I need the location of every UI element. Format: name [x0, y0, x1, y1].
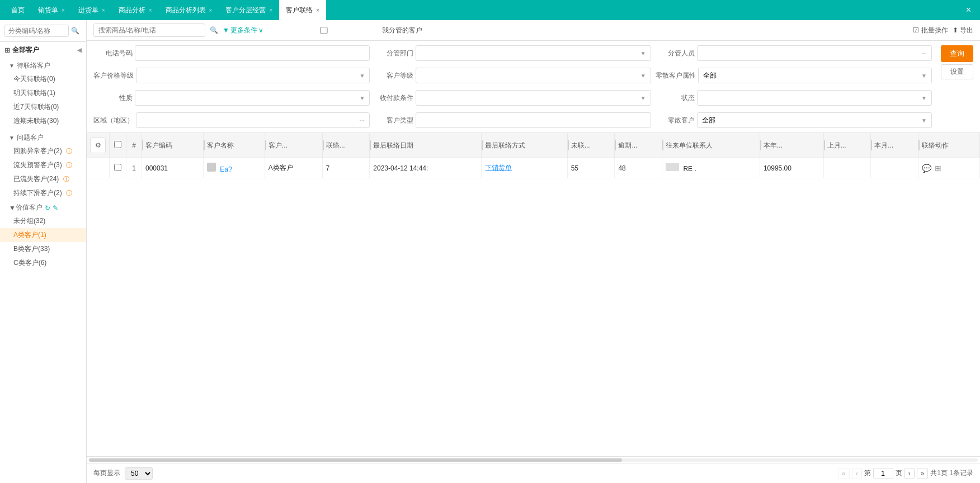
adv-filter-row-4: 区域（地区） ··· 客户类型 零散客户 全部 [93, 112, 932, 128]
sidebar-item-declining[interactable]: 持续下滑客户(2) ⓘ [0, 186, 86, 200]
sidebar-search-icon[interactable]: 🔍 [71, 27, 79, 35]
next-page-btn[interactable]: › [904, 468, 915, 479]
col-checkbox [110, 133, 126, 158]
edit-icon[interactable]: ✎ [53, 204, 58, 212]
gear-button[interactable]: ⚙ [90, 138, 106, 153]
export-btn[interactable]: ⬆ 导出 [953, 26, 973, 35]
manager-more[interactable]: ··· [697, 45, 932, 61]
sidebar-item-repurchase-abnormal[interactable]: 回购异常客户(2) ⓘ [0, 144, 86, 158]
nature-field: 性质 ▼ [93, 90, 370, 106]
more-conditions-btn[interactable]: ▼ 更多条件 ∨ [223, 26, 263, 35]
nav-goods-list-close[interactable]: × [209, 7, 213, 13]
retail-customer-value: 全部 [702, 116, 715, 125]
pending-arrow: ▼ [9, 63, 15, 69]
cell-checkbox [110, 158, 126, 178]
cell-code: 000031 [142, 158, 204, 178]
customer-grade-select[interactable]: ▼ [416, 68, 651, 83]
nav-customer-layer-close[interactable]: × [269, 7, 272, 13]
per-page-select[interactable]: 50 [125, 467, 153, 480]
first-page-btn[interactable]: « [838, 468, 850, 479]
page-num-input[interactable] [873, 468, 893, 479]
all-customers-header[interactable]: ⊞ 全部客户 ◀ [0, 42, 86, 58]
search-input[interactable] [93, 23, 205, 37]
close-all-icon[interactable]: × [962, 5, 976, 15]
query-button[interactable]: 查询 [941, 45, 973, 62]
table-header-row: ⚙ # 客户编码 客户名称 [87, 133, 980, 158]
sidebar-item-ungrouped[interactable]: 未分组(32) [0, 214, 86, 228]
nav-goods-analysis-close[interactable]: × [149, 7, 152, 13]
row-contact: 7 [326, 164, 330, 172]
sidebar-item-churn-warning[interactable]: 流失预警客户(3) ⓘ [0, 158, 86, 172]
scrollbar-thumb[interactable] [89, 458, 622, 462]
nav-item-customer-layer[interactable]: 客户分层经营 × [219, 0, 279, 20]
qr-icon[interactable]: ⊞ [935, 164, 941, 173]
churned-label: 已流失客户(24) [13, 175, 59, 183]
nav-item-sales[interactable]: 销货单 × [31, 0, 72, 20]
row-name[interactable]: Ea? [220, 165, 232, 173]
row-last-method[interactable]: 下销货单 [485, 164, 512, 172]
sidebar-item-class-c[interactable]: C类客户(6) [0, 256, 86, 270]
payment-select[interactable]: ▼ [416, 90, 651, 106]
batch-op-label: 批量操作 [921, 26, 948, 34]
nav-item-customer-contact[interactable]: 客户联络 × [279, 0, 326, 20]
price-grade-select[interactable]: ▼ [136, 68, 370, 83]
main-layout: 🔍 ⊞ 全部客户 ◀ ▼ 待联络客户 今天待联络(0) 明天待联络(1) 近7天… [0, 20, 980, 483]
col-action: 联络动作 [918, 133, 979, 158]
col-this-year-label: 本年... [764, 141, 783, 149]
customer-grade-arrow: ▼ [640, 73, 646, 79]
row-this-year: 10995.00 [764, 164, 791, 172]
chat-icon[interactable]: 💬 [922, 164, 931, 173]
scrollbar-track [89, 458, 978, 462]
retail-attr-select[interactable]: 全部 ▼ [698, 68, 932, 83]
retail-attr-arrow: ▼ [921, 73, 927, 79]
nav-item-goods-analysis[interactable]: 商品分析 × [112, 0, 159, 20]
batch-op-btn[interactable]: ☑ 批量操作 [913, 26, 948, 35]
row-checkbox[interactable] [114, 164, 121, 171]
col-overdue-label: 逾期... [618, 141, 637, 149]
my-customer-checkbox[interactable] [268, 27, 380, 34]
col-overdue: 逾期... [615, 133, 662, 158]
sidebar-item-overdue-pending[interactable]: 逾期未联络(30) [0, 114, 86, 128]
nav-customer-contact-close[interactable]: × [316, 7, 319, 13]
total-info: 共1页 1条记录 [930, 468, 973, 478]
overdue-pending-label: 逾期未联络(30) [13, 117, 59, 125]
prev-page-btn[interactable]: ‹ [852, 468, 862, 479]
nature-select[interactable]: ▼ [135, 90, 370, 106]
sidebar-item-class-b[interactable]: B类客户(33) [0, 242, 86, 256]
nav-item-purchase[interactable]: 进货单 × [72, 0, 112, 20]
col-last-date-label: 最后联络日期 [373, 141, 413, 149]
sidebar-item-tomorrow-pending[interactable]: 明天待联络(1) [0, 86, 86, 100]
refresh-icon[interactable]: ↻ [45, 204, 50, 212]
more-conditions-label: 更多条件 [230, 26, 257, 35]
sidebar-item-today-pending[interactable]: 今天待联络(0) [0, 72, 86, 86]
customer-type-input[interactable] [416, 112, 651, 128]
sidebar-item-7day-pending[interactable]: 近7天待联络(0) [0, 100, 86, 114]
last-page-btn[interactable]: » [917, 468, 929, 479]
select-all-checkbox[interactable] [114, 141, 121, 148]
filter-bar: 🔍 ▼ 更多条件 ∨ 我分管的客户 ☑ 批量操作 ⬆ 导出 [87, 20, 980, 41]
value-customers-group: ▼ 价值客户 ↻ ✎ [0, 200, 86, 214]
horizontal-scrollbar[interactable] [87, 456, 980, 463]
nav-item-goods-list[interactable]: 商品分析列表 × [159, 0, 219, 20]
payment-label: 收付款条件 [374, 93, 413, 103]
tomorrow-pending-label: 明天待联络(1) [13, 89, 55, 97]
search-icon[interactable]: 🔍 [210, 26, 218, 34]
region-more[interactable]: ··· [136, 112, 370, 128]
phone-input[interactable] [135, 45, 370, 61]
sidebar-search-input[interactable] [4, 25, 69, 37]
col-contact-person: 往来单位联系人 [662, 133, 760, 158]
nav-sales-close[interactable]: × [62, 7, 65, 13]
dept-select[interactable]: ▼ [416, 45, 651, 61]
my-customer-label: 我分管的客户 [382, 26, 422, 35]
retail-customer-select[interactable]: 全部 ▼ [697, 112, 932, 128]
nav-purchase-close[interactable]: × [102, 7, 105, 13]
sidebar-item-churned[interactable]: 已流失客户(24) ⓘ [0, 172, 86, 186]
sidebar-search-area: 🔍 [0, 20, 86, 42]
status-select[interactable]: ▼ [697, 90, 932, 106]
collapse-icon[interactable]: ◀ [77, 47, 82, 53]
col-no-contact-label: 未联... [571, 141, 590, 149]
settings-button[interactable]: 设置 [941, 64, 973, 79]
grid-icon: ⊞ [4, 46, 10, 54]
sidebar-item-class-a[interactable]: A类客户(1) [0, 228, 86, 242]
nav-item-home[interactable]: 首页 [4, 0, 31, 20]
